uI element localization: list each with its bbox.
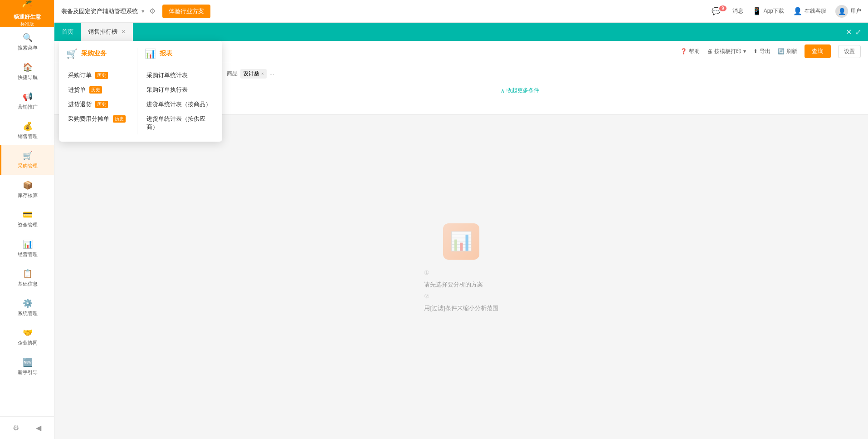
collab-icon: 🤝 [23, 328, 33, 338]
purchase-order-history: 历史 [95, 72, 108, 79]
online-service-item[interactable]: 👤 在线客服 [793, 7, 826, 15]
collapse-icon: ∧ [501, 88, 505, 94]
setting-button[interactable]: 设置 [838, 45, 861, 58]
sidebar-item-system[interactable]: ⚙️ 系统管理 [0, 293, 54, 322]
logo-name: 畅通好生意 [14, 13, 41, 21]
report-col-title: 📊 报表 [145, 48, 215, 63]
sidebar-label-marketing: 营销推广 [18, 104, 38, 110]
sidebar-item-sales[interactable]: 💰 销售管理 [0, 116, 54, 145]
sidebar-item-search[interactable]: 🔍 搜索菜单 [0, 27, 54, 57]
sidebar-item-marketing[interactable]: 📢 营销推广 [0, 86, 54, 116]
purchase-col-title: 🛒 采购业务 [66, 48, 137, 63]
refresh-btn[interactable]: 🔄 刷新 [778, 48, 797, 55]
goods-tag-close[interactable]: × [261, 71, 264, 76]
sidebar-label-basic: 基础信息 [18, 281, 38, 287]
industry-btn[interactable]: 体验行业方案 [162, 5, 210, 18]
window-maximize-btn[interactable]: ⤢ [855, 28, 861, 36]
sidebar-label-purchase: 采购管理 [18, 163, 38, 169]
menu-item-purchase-order[interactable]: 采购订单 历史 [66, 68, 137, 83]
sidebar-label-system: 系统管理 [18, 310, 38, 317]
print-icon: 🖨 [707, 48, 712, 54]
topbar-gear-icon[interactable]: ⚙ [149, 7, 156, 15]
purchase-dropdown-menu: 🛒 采购业务 采购订单 历史 进货单 历史 进货退货 历史 采购费用分摊单 历史 [59, 41, 222, 142]
refresh-label: 刷新 [786, 48, 797, 55]
empty-illustration: 📊 [443, 223, 479, 260]
tab-sales-rank-label: 销售排行榜 [88, 28, 117, 36]
user-label: 用户 [850, 7, 861, 15]
goods-more[interactable]: ··· [269, 70, 274, 77]
query-button[interactable]: 查询 [805, 44, 831, 58]
sidebar-label-sales: 销售管理 [18, 133, 38, 140]
topbar-dropdown-arrow[interactable]: ▾ [141, 8, 145, 15]
sidebar: 🍊 畅通好生意 标准版 🔍 搜索菜单 🏠 快捷导航 📢 营销推广 💰 销售管理 … [0, 0, 54, 439]
goods-in-label: 进货单 [68, 86, 86, 94]
sidebar-item-operation[interactable]: 📊 经营管理 [0, 234, 54, 263]
window-close-btn[interactable]: ✕ [846, 28, 852, 36]
sidebar-item-collab[interactable]: 🤝 企业协同 [0, 322, 54, 352]
empty-tip-2: ② 用[过滤]条件来缩小分析范围 [424, 291, 498, 314]
purchase-col-icon: 🛒 [66, 48, 78, 59]
tab-sales-rank-close[interactable]: ✕ [121, 29, 126, 35]
print-btn[interactable]: 🖨 按模板打印 ▾ [707, 48, 746, 55]
collapse-footer-btn[interactable]: ◀ [36, 424, 41, 432]
service-icon: 👤 [793, 7, 802, 15]
sidebar-item-basic[interactable]: 📋 基础信息 [0, 263, 54, 293]
sidebar-label-operation: 经营管理 [18, 251, 38, 258]
menu-item-purchase-order-stats[interactable]: 采购订单统计表 [145, 68, 215, 83]
message-badge: 9 [719, 5, 727, 11]
app-download-label: App下载 [764, 7, 784, 15]
menu-item-purchase-order-exec[interactable]: 采购订单执行表 [145, 83, 215, 97]
marketing-icon: 📢 [23, 92, 33, 102]
sidebar-item-quicknav[interactable]: 🏠 快捷导航 [0, 57, 54, 86]
finance-icon: 💳 [23, 210, 33, 220]
report-col-label: 报表 [160, 49, 172, 58]
export-label: 导出 [760, 48, 770, 55]
menu-item-goods-in-stats-by-supplier[interactable]: 进货单统计表（按供应商） [145, 112, 215, 134]
purchase-order-label: 采购订单 [68, 71, 92, 79]
sidebar-item-finance[interactable]: 💳 资金管理 [0, 204, 54, 234]
collapse-row: ∧ 收起更多条件 [179, 87, 861, 94]
help-btn[interactable]: ❓ 帮助 [680, 48, 700, 55]
home-icon: 🏠 [23, 62, 33, 72]
purchase-icon: 🛒 [23, 151, 33, 161]
empty-text: ① 请先选择要分析的方案 ② 用[过滤]条件来缩小分析范围 [424, 267, 498, 314]
settings-footer-btn[interactable]: ⚙ [13, 424, 19, 432]
sidebar-item-purchase[interactable]: 🛒 采购管理 [0, 145, 54, 175]
topbar: 装备及固定资产辅助管理系统 ▾ ⚙ 体验行业方案 💬 9 消息 📱 App下载 … [54, 0, 868, 23]
logo-icon: 🍊 [21, 0, 33, 12]
refresh-icon: 🔄 [778, 48, 785, 54]
po-stats-label: 采购订单统计表 [146, 71, 188, 79]
user-avatar: 👤 [835, 5, 848, 18]
menu-item-goods-in[interactable]: 进货单 历史 [66, 83, 137, 97]
step2-icon: ② [424, 291, 496, 302]
sidebar-label-finance: 资金管理 [18, 222, 38, 228]
help-icon: ❓ [680, 48, 687, 54]
export-btn[interactable]: ⬆ 导出 [753, 48, 770, 55]
purchase-expense-history: 历史 [113, 115, 126, 123]
app-download-item[interactable]: 📱 App下载 [752, 7, 784, 15]
menu-item-goods-in-stats-by-goods[interactable]: 进货单统计表（按商品） [145, 97, 215, 112]
step1-icon: ① [424, 267, 496, 279]
menu-item-purchase-expense[interactable]: 采购费用分摊单 历史 [66, 112, 137, 126]
collapse-btn[interactable]: ∧ 收起更多条件 [501, 87, 539, 94]
user-item[interactable]: 👤 用户 [835, 5, 861, 18]
empty-icon: 📊 [443, 223, 479, 260]
sidebar-item-inventory[interactable]: 📦 库存核算 [0, 175, 54, 204]
tab-home[interactable]: 首页 [54, 23, 81, 41]
system-title: 装备及固定资产辅助管理系统 [61, 7, 138, 15]
empty-tip-1: ① 请先选择要分析的方案 [424, 267, 498, 291]
sidebar-item-guide[interactable]: 🆕 新手引导 [0, 352, 54, 381]
print-arrow-icon: ▾ [743, 48, 746, 54]
menu-item-goods-return[interactable]: 进货退货 历史 [66, 97, 137, 112]
topbar-right: 💬 9 消息 📱 App下载 👤 在线客服 👤 用户 [712, 5, 861, 18]
collapse-label: 收起更多条件 [507, 87, 539, 94]
message-item[interactable]: 💬 9 消息 [712, 7, 743, 15]
dropdown-columns: 🛒 采购业务 采购订单 历史 进货单 历史 进货退货 历史 采购费用分摊单 历史 [66, 48, 215, 134]
tab-sales-rank[interactable]: 销售排行榜 ✕ [81, 23, 133, 41]
sidebar-label-quicknav: 快捷导航 [18, 74, 38, 81]
empty-state: 📊 ① 请先选择要分析的方案 ② 用[过滤]条件来缩小分析范围 [54, 115, 868, 422]
goods-tag: 设计桑 × [240, 69, 267, 79]
report-col-icon: 📊 [145, 48, 156, 59]
sidebar-footer: ⚙ ◀ [0, 416, 54, 439]
sidebar-logo: 🍊 畅通好生意 标准版 [0, 0, 54, 27]
